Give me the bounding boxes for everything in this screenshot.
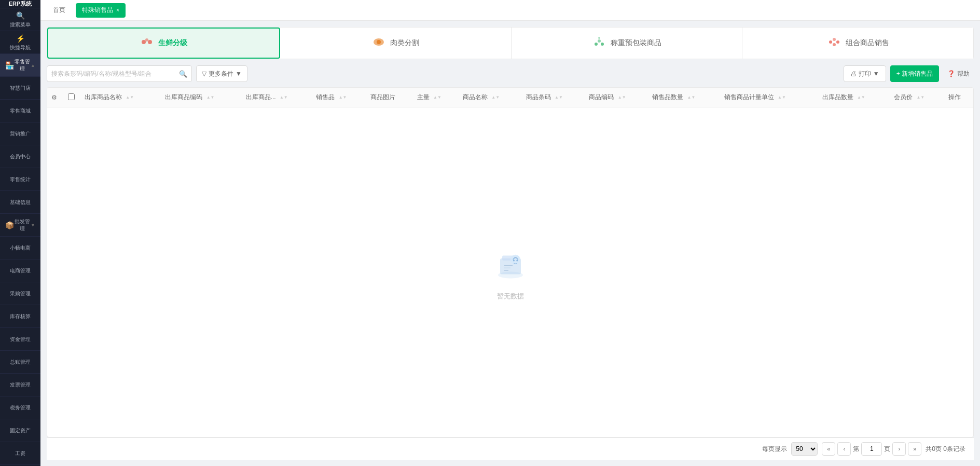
- home-tab[interactable]: 首页: [47, 3, 72, 18]
- select-all-checkbox[interactable]: [68, 93, 75, 100]
- help-button[interactable]: ❓ 帮助: [943, 65, 974, 82]
- sort-icon[interactable]: ▲▼: [280, 95, 288, 100]
- toolbar-left: 🔍 ▽ 更多条件 ▼: [47, 65, 247, 82]
- sort-icon[interactable]: ▲▼: [126, 95, 134, 100]
- sidebar-item-fixed-assets[interactable]: 固定资产: [0, 419, 40, 442]
- svg-point-2: [148, 40, 152, 44]
- print-icon: 🖨: [850, 70, 857, 77]
- fresh-grade-icon: [140, 35, 154, 52]
- store-icon: 🏪: [5, 61, 14, 70]
- data-table-container: ⚙ 出库商品名称 ▲▼ 出库商品编码 ▲▼: [47, 87, 974, 437]
- search-icon[interactable]: 🔍: [179, 70, 187, 78]
- empty-state-text: 暂无数据: [497, 292, 524, 301]
- sidebar-item-retail-stats[interactable]: 零售统计: [0, 168, 40, 191]
- lightning-icon: ⚡: [16, 34, 25, 43]
- chevron-right-icon: ▼: [31, 223, 35, 228]
- svg-point-7: [601, 43, 604, 46]
- settings-icon[interactable]: ⚙: [51, 94, 57, 101]
- prev-page-button[interactable]: ‹: [837, 442, 851, 456]
- sort-icon[interactable]: ▲▼: [339, 95, 347, 100]
- per-page-label: 每页显示: [762, 445, 787, 454]
- search-icon: 🔍: [16, 11, 25, 20]
- data-table: ⚙ 出库商品名称 ▲▼ 出库商品编码 ▲▼: [47, 88, 973, 107]
- sidebar-item-quick-nav[interactable]: ⚡ 快捷导航: [0, 31, 40, 54]
- top-navigation: 首页 特殊销售品 ×: [40, 0, 980, 21]
- combo-icon: [827, 35, 841, 52]
- sidebar-item-invoice[interactable]: 发票管理: [0, 374, 40, 396]
- sidebar-item-wholesale[interactable]: 📦 批发管理 ▼: [0, 214, 40, 237]
- sort-icon[interactable]: ▲▼: [778, 95, 786, 100]
- sidebar-item-purchase[interactable]: 采购管理: [0, 282, 40, 305]
- sidebar-item-marketing[interactable]: 营销推广: [0, 122, 40, 145]
- sort-icon[interactable]: ▲▼: [433, 95, 441, 100]
- col-checkbox[interactable]: [64, 88, 80, 107]
- svg-point-16: [510, 254, 520, 264]
- sidebar-item-basic-info[interactable]: 基础信息: [0, 191, 40, 214]
- page-input[interactable]: [861, 442, 882, 456]
- svg-point-8: [598, 37, 600, 39]
- svg-point-1: [145, 38, 148, 42]
- per-page-select[interactable]: 50 10 20 100: [791, 442, 818, 456]
- sidebar-item-smart-store[interactable]: 智慧门店: [0, 77, 40, 100]
- col-product-code: 商品编码 ▲▼: [585, 88, 648, 107]
- col-sale-qty: 销售品数量 ▲▼: [648, 88, 720, 107]
- search-box[interactable]: 🔍: [47, 65, 192, 82]
- toolbar: 🔍 ▽ 更多条件 ▼ 🖨 打印 ▼ + 新增销售品 ❓: [47, 65, 974, 82]
- weigh-pack-icon: [592, 35, 606, 52]
- category-tab-fresh-grade[interactable]: 生鲜分级: [47, 28, 280, 59]
- sidebar: ERP系统 🔍 搜索菜单 ⚡ 快捷导航 🏪 零售管理 ▲ 智慧门店 零售商城 营…: [0, 0, 40, 466]
- sort-icon[interactable]: ▲▼: [206, 95, 215, 100]
- sort-icon[interactable]: ▲▼: [618, 95, 626, 100]
- svg-point-17: [513, 259, 514, 261]
- sidebar-item-retail-mall[interactable]: 零售商城: [0, 100, 40, 122]
- next-page-button[interactable]: ›: [892, 442, 906, 456]
- pagination: 每页显示 50 10 20 100 « ‹ 第 页 › » 共0页 0条记录: [47, 437, 974, 460]
- close-tab-icon[interactable]: ×: [116, 7, 119, 13]
- filter-arrow-icon: ▼: [236, 70, 242, 77]
- sidebar-item-members[interactable]: 会员中心: [0, 145, 40, 168]
- sort-icon[interactable]: ▲▼: [916, 95, 924, 100]
- chevron-down-icon: ▲: [31, 63, 35, 68]
- sidebar-item-search[interactable]: 🔍 搜索菜单: [0, 8, 40, 31]
- sidebar-item-inventory[interactable]: 库存核算: [0, 305, 40, 328]
- add-product-button[interactable]: + 新增销售品: [890, 65, 939, 82]
- page-nav: « ‹ 第 页 › »: [822, 442, 921, 456]
- svg-point-0: [142, 40, 146, 44]
- sort-icon[interactable]: ▲▼: [491, 95, 500, 100]
- svg-point-12: [833, 43, 836, 46]
- active-tab[interactable]: 特殊销售品 ×: [76, 3, 126, 18]
- sidebar-item-tax[interactable]: 税务管理: [0, 396, 40, 419]
- category-tab-weigh-pack[interactable]: 称重预包装商品: [512, 28, 743, 59]
- sidebar-item-finance[interactable]: 资金管理: [0, 328, 40, 351]
- col-out-spec: 出库商品... ▲▼: [242, 88, 312, 107]
- category-tab-meat-cut[interactable]: 肉类分割: [280, 28, 512, 59]
- last-page-button[interactable]: »: [908, 442, 921, 456]
- sidebar-item-ecommerce[interactable]: 电商管理: [0, 259, 40, 282]
- sidebar-item-retail[interactable]: 🏪 零售管理 ▲: [0, 54, 40, 77]
- first-page-button[interactable]: «: [822, 442, 835, 456]
- category-tab-combo[interactable]: 组合商品销售: [742, 28, 973, 59]
- sort-icon[interactable]: ▲▼: [687, 95, 696, 100]
- print-button[interactable]: 🖨 打印 ▼: [844, 65, 886, 82]
- sidebar-item-general-ledger[interactable]: 总账管理: [0, 351, 40, 374]
- search-input[interactable]: [51, 70, 179, 77]
- help-icon: ❓: [947, 70, 955, 77]
- sidebar-item-salary[interactable]: 工资: [0, 442, 40, 465]
- col-actions: 操作: [944, 88, 973, 107]
- total-count: 共0页 0条记录: [926, 445, 965, 454]
- sidebar-item-mini-store[interactable]: 小畅电商: [0, 237, 40, 259]
- col-sale-unit: 销售商品计量单位 ▲▼: [720, 88, 818, 107]
- sort-icon[interactable]: ▲▼: [555, 95, 563, 100]
- page-suffix: 页: [884, 445, 890, 454]
- sort-icon[interactable]: ▲▼: [857, 95, 865, 100]
- col-barcode: 商品条码 ▲▼: [522, 88, 585, 107]
- category-tabs: 生鲜分级 肉类分割: [47, 27, 974, 59]
- package-icon: 📦: [5, 221, 14, 229]
- col-main-weight: 主量 ▲▼: [413, 88, 459, 107]
- col-product-img: 商品图片: [366, 88, 412, 107]
- filter-button[interactable]: ▽ 更多条件 ▼: [196, 65, 247, 82]
- empty-state-icon: [490, 244, 531, 285]
- svg-point-18: [516, 259, 518, 261]
- toolbar-right: 🖨 打印 ▼ + 新增销售品 ❓ 帮助: [844, 65, 974, 82]
- col-settings[interactable]: ⚙: [47, 88, 64, 107]
